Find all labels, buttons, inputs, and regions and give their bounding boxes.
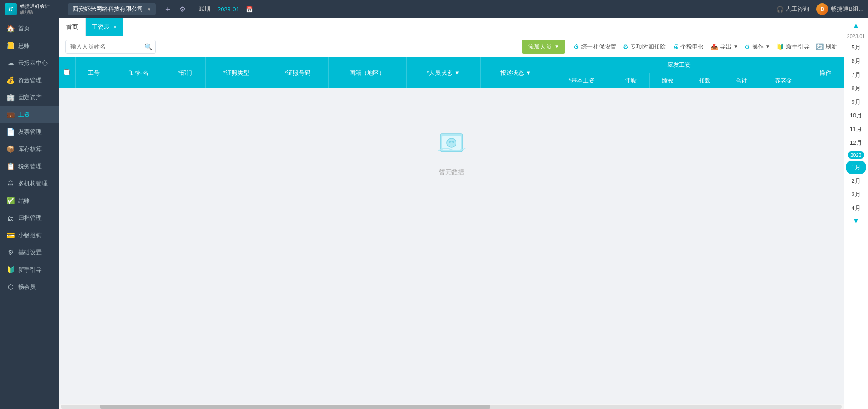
rp-month-2[interactable]: 2月 <box>844 174 868 188</box>
select-all-checkbox[interactable] <box>64 69 70 75</box>
fund-icon: 💰 <box>6 76 15 84</box>
special-deduction-icon: ⚙ <box>623 43 629 50</box>
settings-icon[interactable]: ⚙ <box>178 4 188 15</box>
th-base-salary: *基本工资 <box>551 73 612 89</box>
th-report-status[interactable]: 报送状态 ▼ <box>480 57 551 88</box>
sidebar-item-expense[interactable]: 💳 小畅报销 <box>0 227 59 244</box>
sidebar-item-label: 归档管理 <box>18 214 42 222</box>
rp-month-8[interactable]: 8月 <box>844 82 868 95</box>
service-button[interactable]: 🎧 人工咨询 <box>776 5 809 13</box>
sidebar-item-salary[interactable]: 💼 工资 <box>0 106 59 123</box>
sidebar-item-tax[interactable]: 📋 税务管理 <box>0 158 59 175</box>
export-button[interactable]: 📤 导出 ▼ <box>710 43 738 51</box>
sidebar-item-multi-org[interactable]: 🏛 多机构管理 <box>0 175 59 192</box>
user-name: 畅捷通B组... <box>831 5 863 13</box>
user-area[interactable]: B 畅捷通B组... <box>816 3 863 15</box>
headset-icon: 🎧 <box>776 6 784 13</box>
th-id-type: *证照类型 <box>206 57 267 88</box>
search-input[interactable] <box>65 40 156 54</box>
sidebar-item-settings[interactable]: ⚙ 基础设置 <box>0 244 59 261</box>
company-selector[interactable]: 西安虾米网络科技有限公司 ▼ <box>68 3 156 15</box>
th-total: 合计 <box>723 73 760 89</box>
data-table: 工号 ⇅ *姓名 *部门 *证照类型 *证照号码 国籍（地区） *人员状态 ▼ … <box>59 57 844 213</box>
sidebar-item-inventory[interactable]: 📦 库存核算 <box>0 141 59 158</box>
sidebar-item-fund[interactable]: 💰 资金管理 <box>0 72 59 89</box>
rp-month-5[interactable]: 5月 <box>844 41 868 54</box>
scroll-down-icon[interactable]: ▼ <box>853 215 860 227</box>
tab-close-icon[interactable]: × <box>113 24 116 30</box>
rp-month-1-active[interactable]: 1月 <box>846 161 866 174</box>
home-icon: 🏠 <box>6 24 15 33</box>
scroll-thumb <box>100 405 490 409</box>
th-salary-group: 应发工资 <box>551 57 807 73</box>
tab-salary-label: 工资表 <box>92 23 110 31</box>
logo-area: 好 畅捷通好会计 旗舰版 <box>5 3 63 15</box>
period-value[interactable]: 2023-01 <box>218 6 239 13</box>
archive-icon: 🗂 <box>6 214 15 222</box>
inventory-icon: 📦 <box>6 145 15 153</box>
svg-point-3 <box>449 141 451 143</box>
toolbar: 🔍 添加人员 ▼ ⚙ 统一社保设置 ⚙ 专项附加扣除 🖨 个税申报 <box>59 36 844 57</box>
add-icon[interactable]: ＋ <box>162 4 173 15</box>
tab-salary-table[interactable]: 工资表 × <box>86 18 123 36</box>
export-arrow-icon: ▼ <box>733 44 738 49</box>
operations-button[interactable]: ⚙ 操作 ▼ <box>744 43 770 51</box>
add-person-button[interactable]: 添加人员 ▼ <box>522 40 565 54</box>
sidebar-item-label: 库存核算 <box>18 145 42 153</box>
sidebar-item-invoice[interactable]: 📄 发票管理 <box>0 123 59 141</box>
tax-report-icon: 🖨 <box>672 43 679 50</box>
refresh-button[interactable]: 🔄 刷新 <box>816 43 837 51</box>
sidebar-item-label: 小畅报销 <box>18 231 42 239</box>
rp-month-6[interactable]: 6月 <box>844 54 868 68</box>
logo-icon: 好 <box>5 3 17 15</box>
operations-icon: ⚙ <box>744 43 750 50</box>
sidebar-item-settle[interactable]: ✅ 结账 <box>0 192 59 209</box>
rp-month-7[interactable]: 7月 <box>844 68 868 82</box>
rp-month-12[interactable]: 12月 <box>844 136 868 150</box>
special-deduction-button[interactable]: ⚙ 专项附加扣除 <box>623 43 666 51</box>
social-security-button[interactable]: ⚙ 统一社保设置 <box>573 43 616 51</box>
assets-icon: 🏢 <box>6 93 15 102</box>
th-checkbox[interactable] <box>59 57 75 88</box>
th-id-no: *证照号码 <box>267 57 328 88</box>
sidebar-item-label: 发票管理 <box>18 128 42 136</box>
social-security-icon: ⚙ <box>573 43 579 50</box>
sidebar-item-ledger[interactable]: 📒 总账 <box>0 37 59 54</box>
rp-month-11[interactable]: 11月 <box>844 122 868 136</box>
rp-month-3[interactable]: 3月 <box>844 188 868 201</box>
svg-point-4 <box>452 141 454 143</box>
scroll-up-icon[interactable]: ▲ <box>853 20 860 32</box>
multi-org-icon: 🏛 <box>6 180 15 188</box>
salary-icon: 💼 <box>6 111 15 119</box>
th-status[interactable]: *人员状态 ▼ <box>406 57 480 88</box>
tax-icon: 📋 <box>6 162 15 170</box>
ledger-icon: 📒 <box>6 42 15 50</box>
search-wrap: 🔍 <box>65 40 156 54</box>
th-id: 工号 <box>75 57 112 88</box>
sidebar-item-guide[interactable]: 🔰 新手引导 <box>0 261 59 278</box>
rp-month-9[interactable]: 9月 <box>844 95 868 109</box>
rp-period-label: 2023.01 <box>847 32 865 41</box>
th-name[interactable]: ⇅ *姓名 <box>112 57 165 88</box>
rp-month-4[interactable]: 4月 <box>844 201 868 215</box>
sidebar-item-fixed-assets[interactable]: 🏢 固定资产 <box>0 89 59 106</box>
sidebar-item-label: 基础设置 <box>18 248 42 257</box>
rp-month-10[interactable]: 10月 <box>844 109 868 122</box>
sidebar-item-label: 税务管理 <box>18 162 42 170</box>
calendar-icon[interactable]: 📅 <box>246 6 253 13</box>
sidebar-item-cloud-report[interactable]: ☁ 云报表中心 <box>0 54 59 72</box>
settle-icon: ✅ <box>6 197 15 205</box>
bottom-scrollbar[interactable] <box>59 404 844 409</box>
sidebar-item-archive[interactable]: 🗂 归档管理 <box>0 209 59 227</box>
sidebar-item-member[interactable]: ⬡ 畅会员 <box>0 278 59 296</box>
tab-home[interactable]: 首页 <box>59 18 86 36</box>
company-name: 西安虾米网络科技有限公司 <box>73 5 143 13</box>
top-header: 好 畅捷通好会计 旗舰版 西安虾米网络科技有限公司 ▼ ＋ ⚙ 账期 2023-… <box>0 0 868 18</box>
tax-report-button[interactable]: 🖨 个税申报 <box>672 43 704 51</box>
guide-button[interactable]: 🔰 新手引导 <box>776 43 810 51</box>
sidebar-item-label: 多机构管理 <box>18 180 48 188</box>
year-badge[interactable]: 2023 <box>848 151 864 159</box>
sidebar-item-label: 总账 <box>18 42 30 50</box>
sidebar-item-home[interactable]: 🏠 首页 <box>0 20 59 37</box>
settings-sidebar-icon: ⚙ <box>6 248 15 257</box>
